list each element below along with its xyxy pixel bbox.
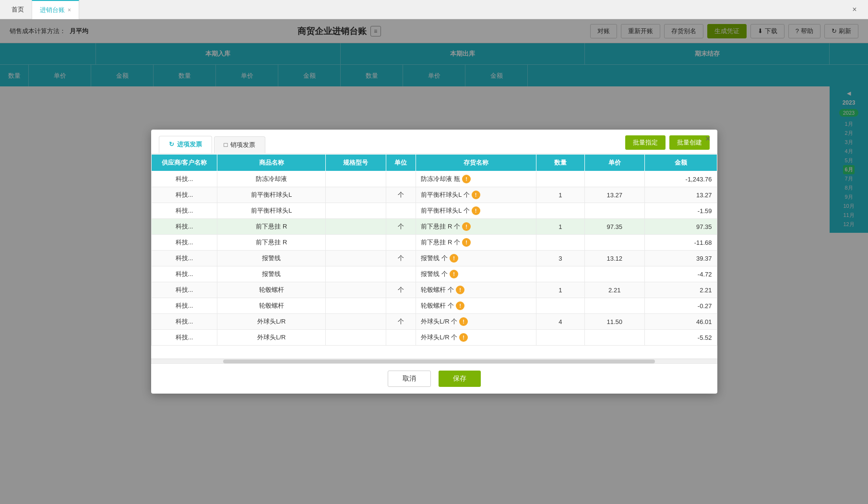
inventory-name: 前平衡杆球头L 个 [421, 207, 469, 214]
inventory-name: 外球头L/R 个 [421, 318, 457, 325]
cell-unit: 个 [386, 219, 416, 235]
tab-outgoing-invoice[interactable]: □ 销项发票 [214, 136, 266, 153]
table-row[interactable]: 科技... 前下悬挂 R 个 前下悬挂 R 个! 1 97.35 97.35 [151, 219, 717, 235]
cell-spec [326, 251, 386, 266]
cell-amount: -1.59 [644, 203, 717, 219]
table-row[interactable]: 科技... 轮毂螺杆 轮毂螺杆 个! -0.27 [151, 298, 717, 314]
table-row[interactable]: 科技... 报警线 报警线 个! -4.72 [151, 266, 717, 282]
warning-icon: ! [450, 270, 458, 278]
outgoing-tab-icon: □ [224, 141, 228, 148]
table-row[interactable]: 科技... 防冻冷却液 防冻冷却液 瓶! -1,243.76 [151, 171, 717, 187]
col-spec: 规格型号 [326, 155, 386, 171]
cell-unitprice: 97.35 [584, 219, 644, 235]
tab-active-label: 进销台账 [40, 0, 65, 20]
tab-close-icon[interactable]: × [68, 0, 71, 20]
cell-amount: -11.68 [644, 235, 717, 251]
warning-icon: ! [462, 175, 471, 183]
cell-spec [326, 171, 386, 187]
table-row[interactable]: 科技... 前平衡杆球头L 前平衡杆球头L 个! -1.59 [151, 203, 717, 219]
cell-spec [326, 235, 386, 251]
inventory-name: 报警线 个 [421, 270, 448, 277]
cell-supplier: 科技... [151, 330, 217, 346]
cell-unit [386, 298, 416, 314]
batch-create-button[interactable]: 批量创建 [669, 135, 710, 150]
inventory-name: 前下悬挂 R 个 [421, 223, 460, 230]
warning-icon: ! [459, 317, 468, 326]
cell-unit [386, 235, 416, 251]
table-row[interactable]: 科技... 前平衡杆球头L 个 前平衡杆球头L 个! 1 13.27 13.27 [151, 187, 717, 203]
cell-product: 轮毂螺杆 [217, 298, 326, 314]
cell-inventory: 外球头L/R 个! [416, 330, 536, 346]
inventory-name: 前下悬挂 R 个 [421, 239, 460, 246]
inventory-name: 轮毂螺杆 个 [421, 302, 454, 309]
cancel-button[interactable]: 取消 [388, 371, 431, 387]
cell-product: 外球头L/R [217, 330, 326, 346]
window-close-button[interactable]: × [845, 0, 864, 19]
warning-icon: ! [472, 191, 480, 199]
cell-supplier: 科技... [151, 219, 217, 235]
cell-unit [386, 171, 416, 187]
cell-unit [386, 330, 416, 346]
warning-icon: ! [472, 206, 480, 215]
tab-incoming-invoice[interactable]: ↻ 进项发票 [159, 136, 212, 154]
cell-inventory: 轮毂螺杆 个! [416, 282, 536, 298]
cell-spec [326, 314, 386, 330]
table-row[interactable]: 科技... 报警线 个 报警线 个! 3 13.12 39.37 [151, 251, 717, 266]
col-qty: 数量 [536, 155, 584, 171]
cell-amount: 46.01 [644, 314, 717, 330]
cell-spec [326, 203, 386, 219]
cell-inventory: 前下悬挂 R 个! [416, 235, 536, 251]
col-product: 商品名称 [217, 155, 326, 171]
modal-overlay: ↻ 进项发票 □ 销项发票 批量指定 批量创建 × 供应 [0, 19, 868, 504]
cell-quantity [536, 203, 584, 219]
cell-unitprice [584, 203, 644, 219]
cell-amount: -4.72 [644, 266, 717, 282]
table-row[interactable]: 科技... 外球头L/R 个 外球头L/R 个! 4 11.50 46.01 [151, 314, 717, 330]
save-button[interactable]: 保存 [439, 371, 481, 387]
cell-unitprice [584, 235, 644, 251]
tab-bar: 首页 进销台账 × × [0, 0, 868, 19]
cell-inventory: 外球头L/R 个! [416, 314, 536, 330]
cell-spec [326, 282, 386, 298]
cell-product: 报警线 [217, 266, 326, 282]
cell-inventory: 报警线 个! [416, 251, 536, 266]
cell-unit: 个 [386, 282, 416, 298]
cell-unitprice: 2.21 [584, 282, 644, 298]
cell-unitprice [584, 266, 644, 282]
cell-amount: 97.35 [644, 219, 717, 235]
modal-close-button[interactable]: × [705, 134, 711, 143]
cell-amount: 2.21 [644, 282, 717, 298]
cell-unit [386, 266, 416, 282]
table-row[interactable]: 科技... 前下悬挂 R 前下悬挂 R 个! -11.68 [151, 235, 717, 251]
cell-product: 报警线 [217, 251, 326, 266]
inventory-name: 报警线 个 [421, 254, 448, 262]
cell-inventory: 轮毂螺杆 个! [416, 298, 536, 314]
modal-scrollbar-thumb[interactable] [223, 360, 655, 363]
outgoing-tab-label: 销项发票 [230, 141, 255, 149]
main-area: 销售成本计算方法： 月平均 商贸企业进销台账 ≡ 对账 重新开账 存货别名 生成… [0, 19, 868, 504]
cell-inventory: 防冻冷却液 瓶! [416, 171, 536, 187]
cell-unitprice [584, 171, 644, 187]
cell-amount: -0.27 [644, 298, 717, 314]
modal-dialog: ↻ 进项发票 □ 销项发票 批量指定 批量创建 × 供应 [151, 130, 717, 394]
cell-supplier: 科技... [151, 203, 217, 219]
col-supplier: 供应商/客户名称 [151, 155, 217, 171]
cell-unitprice: 13.27 [584, 187, 644, 203]
modal-scrollbar[interactable] [151, 359, 717, 363]
batch-assign-button[interactable]: 批量指定 [625, 135, 666, 150]
tab-active[interactable]: 进销台账 × [32, 0, 79, 19]
cell-product: 外球头L/R [217, 314, 326, 330]
cell-quantity [536, 235, 584, 251]
cell-product: 防冻冷却液 [217, 171, 326, 187]
cell-amount: 39.37 [644, 251, 717, 266]
tab-home[interactable]: 首页 [4, 0, 32, 19]
table-row[interactable]: 科技... 轮毂螺杆 个 轮毂螺杆 个! 1 2.21 2.21 [151, 282, 717, 298]
cell-spec [326, 330, 386, 346]
cell-unitprice: 11.50 [584, 314, 644, 330]
cell-supplier: 科技... [151, 187, 217, 203]
modal-actions: 批量指定 批量创建 [625, 135, 710, 154]
inventory-name: 轮毂螺杆 个 [421, 286, 454, 293]
table-row[interactable]: 科技... 外球头L/R 外球头L/R 个! -5.52 [151, 330, 717, 346]
cell-amount: 13.27 [644, 187, 717, 203]
cell-unit: 个 [386, 187, 416, 203]
